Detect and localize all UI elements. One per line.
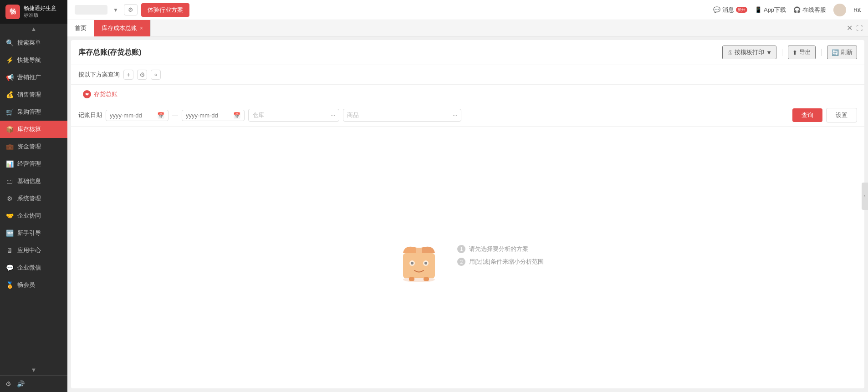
tab-home[interactable]: 首页 [67,20,94,36]
marketing-icon: 📢 [5,74,14,81]
app-download-btn[interactable]: 📱 App下载 [755,6,786,14]
print-icon: 🖨 [727,49,733,56]
search-menu-label: 搜索菜单 [17,39,41,47]
message-label: 消息 [722,6,734,14]
search-icon: 🔍 [5,39,14,46]
tabs-bar-close-btn[interactable]: ✕ [847,24,853,32]
settings-footer-btn[interactable]: ⚙ [5,380,11,387]
export-btn[interactable]: ⬆ 导出 [788,46,816,59]
message-btn[interactable]: 💬 消息 99+ [713,6,747,14]
sidebar-item-vip[interactable]: 🏅 畅会员 [0,276,67,294]
filter-scheme: ❤ 存货总账 [71,85,864,104]
vip-icon: 🏅 [5,281,14,289]
topbar-right: 💬 消息 99+ 📱 App下载 🎧 在线客服 Rit [713,4,861,16]
right-sidebar-toggle[interactable]: › [862,183,868,210]
inventory-icon: 📦 [5,126,14,133]
sidebar: 畅 畅捷通好生意 标准版 ▲ 🔍 搜索菜单 ⚡ 快捷导航 📢 营销推广 💰 销售… [0,0,67,392]
calendar-icon-start[interactable]: 📅 [157,112,164,119]
date-start-wrapper: 📅 [106,110,168,121]
tab-close-btn[interactable]: × [140,25,143,31]
date-end-wrapper: 📅 [182,110,245,121]
sidebar-item-inventory[interactable]: 📦 库存核算 [0,121,67,138]
page-title: 库存总账(存货总账) [78,48,142,57]
tab-home-label: 首页 [75,24,87,32]
app-download-icon: 📱 [755,6,762,13]
sidebar-item-guide[interactable]: 🆕 新手引导 [0,224,67,242]
industry-btn[interactable]: 体验行业方案 [141,3,189,17]
sales-icon: 💰 [5,91,14,98]
sales-label: 销售管理 [17,91,41,99]
scheme-item[interactable]: ❤ 存货总账 [78,88,122,100]
sidebar-item-enterprise[interactable]: 🤝 企业协同 [0,207,67,224]
sidebar-item-appcenter[interactable]: 🖥 应用中心 [0,242,67,259]
appcenter-icon: 🖥 [5,247,14,254]
export-label: 导出 [799,48,811,56]
action-sep-1 [782,49,782,56]
finance-icon: 💼 [5,143,14,150]
export-icon: ⬆ [792,49,797,56]
sidebar-item-purchase[interactable]: 🛒 采购管理 [0,103,67,121]
basics-label: 基础信息 [17,177,41,185]
refresh-btn[interactable]: 🔄 刷新 [827,46,857,59]
main-area: ▼ ⚙ 体验行业方案 💬 消息 99+ 📱 App下载 🎧 在线客服 Rit 首… [67,0,868,392]
refresh-icon: 🔄 [832,49,839,56]
brand-name: 畅捷通好生意 [24,5,56,12]
query-btn[interactable]: 查询 [792,108,822,122]
tabs-bar-expand-btn[interactable]: ⛶ [856,25,863,32]
svg-rect-1 [403,253,435,278]
message-badge: 99+ [736,7,747,13]
appcenter-label: 应用中心 [17,246,41,255]
print-dropdown-icon: ▼ [766,49,772,56]
tab-inventory-ledger[interactable]: 库存成本总账 × [94,20,151,36]
brand-info: 畅捷通好生意 标准版 [24,5,56,19]
product-more-btn[interactable]: ··· [453,112,457,118]
marketing-label: 营销推广 [17,73,41,81]
svg-rect-8 [424,277,429,281]
user-avatar[interactable] [833,4,846,16]
sidebar-item-quick-nav[interactable]: ⚡ 快捷导航 [0,51,67,69]
guide-icon: 🆕 [5,229,14,237]
filter-settings-btn[interactable]: ⚙ [137,70,147,80]
online-service-label: 在线客服 [802,6,826,14]
warehouse-more-btn[interactable]: ··· [331,112,335,118]
sidebar-scroll-down[interactable]: ▼ [0,365,67,375]
sidebar-item-sales[interactable]: 💰 销售管理 [0,86,67,103]
page-header: 库存总账(存货总账) 🖨 按模板打印 ▼ ⬆ 导出 🔄 [71,40,864,65]
purchase-label: 采购管理 [17,108,41,116]
message-icon: 💬 [713,6,720,13]
sidebar-item-operations[interactable]: 📊 经营管理 [0,155,67,173]
enterprise-label: 企业协同 [17,212,41,220]
calendar-icon-end[interactable]: 📅 [233,112,240,119]
date-start-input[interactable] [110,112,155,119]
filter-collapse-btn[interactable]: « [151,70,161,80]
empty-hint-2-text: 用[过滤]条件来缩小分析范围 [469,258,543,266]
tabs-bar: 首页 库存成本总账 × ✕ ⛶ [67,20,868,36]
sidebar-item-marketing[interactable]: 📢 营销推广 [0,69,67,86]
sidebar-item-wechat[interactable]: 💬 企业微信 [0,259,67,276]
search-menu[interactable]: 🔍 搜索菜单 [0,34,67,51]
sidebar-scroll-up[interactable]: ▲ [0,24,67,34]
nav-dropdown-btn[interactable]: ▼ [111,6,120,14]
warehouse-field[interactable]: 仓库 ··· [248,109,339,122]
column-settings-btn[interactable]: 设置 [826,108,857,122]
tabs-bar-right: ✕ ⛶ [847,24,868,32]
warehouse-label: 仓库 [252,111,331,119]
print-btn[interactable]: 🖨 按模板打印 ▼ [722,46,776,59]
online-service-btn[interactable]: 🎧 在线客服 [793,6,826,14]
print-label: 按模板打印 [735,48,764,56]
sidebar-item-system[interactable]: ⚙ 系统管理 [0,190,67,207]
date-label: 记账日期 [78,111,102,119]
sidebar-item-basics[interactable]: 🗃 基础信息 [0,173,67,190]
breadcrumb [75,5,107,15]
empty-text-list: 1 请先选择要分析的方案 2 用[过滤]条件来缩小分析范围 [457,245,543,270]
sound-footer-btn[interactable]: 🔊 [17,380,25,387]
user-name[interactable]: Rit [853,6,861,13]
sidebar-item-finance[interactable]: 💼 资金管理 [0,138,67,155]
date-end-input[interactable] [186,112,231,119]
filter-add-btn[interactable]: + [123,70,133,80]
empty-hint-2: 2 用[过滤]条件来缩小分析范围 [457,258,543,266]
topbar-settings-btn[interactable]: ⚙ [124,4,138,15]
product-field[interactable]: 商品 ··· [343,109,461,122]
svg-rect-7 [409,277,414,281]
finance-label: 资金管理 [17,143,41,151]
